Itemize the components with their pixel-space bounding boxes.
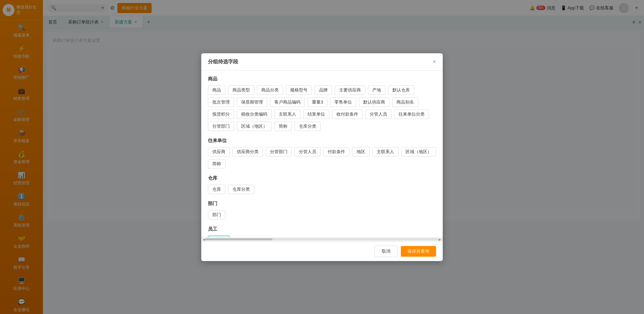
tag-customer-code[interactable]: 客户商品编码 [270,98,305,107]
tag-area[interactable]: 地区 [352,147,370,156]
section-employee: 员工 业务员 [208,226,436,237]
modal-footer: 取消 保存并查询 [201,241,443,261]
tag-warehouse[interactable]: 仓库 [208,185,225,194]
tag-region[interactable]: 区域（地区） [237,122,272,131]
department-tags: 部门 [208,210,436,219]
tag-product[interactable]: 商品 [208,85,225,95]
tag-dept2[interactable]: 分管部门 [266,147,292,156]
modal-overlay[interactable]: 分组待选字段 × 商品 商品 商品类型 商品分类 规格型号 品牌 主要供应商 产… [0,0,644,314]
section-title-warehouse: 仓库 [208,175,436,181]
tag-pick-points[interactable]: 拣货积分 [208,110,234,119]
tag-warehouse-category[interactable]: 仓库分类 [294,122,321,131]
section-title-partner: 往来单位 [208,138,436,144]
tag-manager[interactable]: 分管人员 [365,110,391,119]
tag-product-alias[interactable]: 商品别名 [392,98,418,107]
modal-body: 商品 商品 商品类型 商品分类 规格型号 品牌 主要供应商 产地 默认仓库 批次… [201,71,443,237]
tag-weight[interactable]: 重量3 [308,98,327,107]
tag-payment-cond[interactable]: 付款条件 [323,147,350,156]
tag-expiry-mgmt[interactable]: 保质期管理 [237,98,267,107]
partner-tags: 供应商 供应商分类 分管部门 分管人员 付款条件 地区 主联系人 区域（地区） … [208,147,436,169]
section-title-department: 部门 [208,201,436,207]
tag-manager2[interactable]: 分管人员 [294,147,321,156]
tag-batch-mgmt[interactable]: 批次管理 [208,98,234,107]
scroll-track [205,238,439,240]
tag-origin[interactable]: 产地 [368,85,385,95]
tag-payment-terms[interactable]: 收付款条件 [332,110,363,119]
tag-abbr2[interactable]: 简称 [208,159,225,169]
section-product: 商品 商品 商品类型 商品分类 规格型号 品牌 主要供应商 产地 默认仓库 批次… [208,76,436,131]
tag-dept[interactable]: 分管部门 [208,122,234,131]
warehouse-tags: 仓库 仓库分类 [208,185,436,194]
tag-main-contact[interactable]: 主联系人 [274,110,301,119]
tag-default-supplier[interactable]: 默认供应商 [359,98,389,107]
tag-tax-code[interactable]: 税收分类编码 [237,110,272,119]
modal-header: 分组待选字段 × [201,53,443,71]
scroll-thumb[interactable] [205,238,272,240]
tag-supplier[interactable]: 供应商 [208,147,230,156]
tag-brand[interactable]: 品牌 [315,85,332,95]
section-partner: 往来单位 供应商 供应商分类 分管部门 分管人员 付款条件 地区 主联系人 区域… [208,138,436,169]
tag-spec-model[interactable]: 规格型号 [286,85,312,95]
section-warehouse: 仓库 仓库 仓库分类 [208,175,436,194]
tag-region2[interactable]: 区域（地区） [401,147,436,156]
tag-product-type[interactable]: 商品类型 [228,85,254,95]
section-department: 部门 部门 [208,201,436,219]
section-title-employee: 员工 [208,226,436,232]
tag-warehouse-cat[interactable]: 仓库分类 [228,185,254,194]
cancel-button[interactable]: 取消 [375,246,397,257]
product-tags: 商品 商品类型 商品分类 规格型号 品牌 主要供应商 产地 默认仓库 批次管理 … [208,85,436,131]
tag-product-category[interactable]: 商品分类 [257,85,283,95]
section-title-product: 商品 [208,76,436,82]
modal-close-button[interactable]: × [432,59,436,65]
modal-dialog: 分组待选字段 × 商品 商品 商品类型 商品分类 规格型号 品牌 主要供应商 产… [201,53,443,261]
tag-retail-unit[interactable]: 零售单位 [330,98,356,107]
modal-title: 分组待选字段 [208,59,238,65]
scroll-right[interactable]: ▶ [439,238,441,241]
modal-horizontal-scrollbar[interactable]: ◀ ▶ [201,237,443,241]
tag-supplier-category[interactable]: 供应商分类 [232,147,263,156]
tag-default-warehouse[interactable]: 默认仓库 [388,85,414,95]
tag-department[interactable]: 部门 [208,210,225,219]
tag-main-supplier[interactable]: 主要供应商 [335,85,365,95]
confirm-button[interactable]: 保存并查询 [401,246,436,257]
tag-abbreviation[interactable]: 简称 [274,122,292,131]
tag-partner-category[interactable]: 往来单位分类 [394,110,429,119]
scroll-left[interactable]: ◀ [203,238,205,241]
tag-main-contact2[interactable]: 主联系人 [372,147,398,156]
tag-settlement-unit[interactable]: 结算单位 [303,110,329,119]
